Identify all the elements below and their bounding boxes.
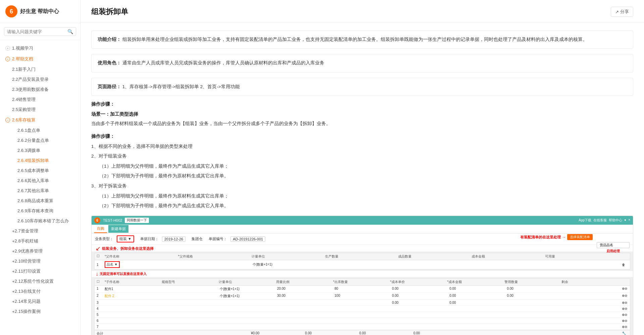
sidebar-item-sales[interactable]: 2.4销售管理 (0, 95, 80, 105)
sidebar-item-adjust[interactable]: 2.6.3调拨单 (0, 146, 80, 156)
sidebar-item-label: 2.9优惠券管理 (15, 248, 43, 254)
sidebar-item-label: 2.1新手入门 (12, 66, 36, 72)
sim-col-avail: 可用量 (543, 253, 616, 260)
sidebar-item-assemble[interactable]: 2.6.4组装拆卸单 (0, 156, 80, 166)
sim-field-orderno: AD-20191226-001 (230, 236, 265, 242)
sidebar-item-print[interactable]: + 2.11打印设置 (0, 266, 80, 276)
sim-lower-row6: 6 ⊕⊖ (95, 318, 630, 324)
role-label: 使用角色： (98, 60, 121, 65)
sim-lower-row4: 4 ⊕⊖ (95, 306, 630, 312)
sidebar-item-dataprep[interactable]: 2.3使用前数据准备 (0, 85, 80, 95)
sim-lcol-spec: 规格型号 (160, 279, 217, 285)
sim-field-date: 2019-12-26 (162, 236, 185, 242)
search-icon[interactable]: 🔍 (67, 29, 73, 34)
logo-icon: 6 (5, 5, 17, 17)
sidebar-item-stock-error[interactable]: 2.6.10库存账本错了怎么办 (0, 216, 80, 226)
expand-icon: + (12, 229, 15, 234)
sidebar-item-video[interactable]: + 1.视频学习 (0, 43, 80, 54)
sim-lcol-avail: 警用数量 (502, 279, 559, 285)
sidebar-item-label: 2.3使用前数据准备 (12, 87, 49, 93)
sim-tab-new: 新建单据 (108, 225, 128, 233)
expand-icon: + (12, 249, 15, 254)
sidebar-item-split-stocktake[interactable]: 2.6.2分量盘点单 (0, 135, 80, 146)
sim-bom-annotation-text: 组装业务、拆卸业务在这里选择 (102, 246, 154, 251)
sim-lower-row2: 2 配件 2 个(数量×1+1) 30.00 100 0.00 0.00 0.0… (95, 293, 630, 300)
sidebar-item-coupon[interactable]: + 2.9优惠券管理 (0, 246, 80, 256)
expand-icon: + (12, 289, 15, 294)
sim-lcol-actions (616, 279, 630, 285)
sidebar-item-other-out[interactable]: 2.6.7其他出库单 (0, 186, 80, 196)
scenario1-title: 场景一：加工类型选择 (91, 111, 633, 117)
sim-tab-home: 自购 (94, 225, 107, 233)
search-input[interactable] (7, 29, 67, 34)
sidebar-item-payment[interactable]: + 2.13在线支付 (0, 286, 80, 296)
sidebar-item-label: 2.13在线支付 (15, 288, 41, 294)
sim-form-row: 业务类型： 组装 ▼ 单据日期： 2019-12-26 集团仓 单据编号： AD… (92, 233, 633, 245)
sim-manual-confirm-text: 启用处理 (606, 249, 620, 253)
sidebar-item-cases[interactable]: + 2.15操作案例 (0, 306, 80, 317)
sidebar-item-label: 2.6库存核算 (12, 117, 36, 123)
share-icon: ↗ (615, 9, 619, 14)
sidebar-item-label: 2.8手机旺铺 (15, 238, 38, 244)
sidebar-item-label: 2.15操作案例 (15, 309, 41, 315)
sim-bom-select: 品名 ▼ (105, 261, 120, 268)
sim-annotation-fixed-bom: 有装配清单的在这里处理 → 选择装配清单 (520, 234, 593, 240)
sidebar-item-inventory[interactable]: − 2.6库存核算 (0, 115, 80, 125)
role-text: 通常由生产人员或库管人员完成拆装业务的操作，库管人员确认原材料的出库和产成品的入… (122, 60, 324, 65)
arrow-down-icon: ↓ (96, 271, 98, 277)
share-button[interactable]: ↗ 分享 (611, 7, 633, 17)
sim-col-cost2: 成本金额 (470, 253, 543, 260)
scenario1-desc: 当由多个子件材料组装成一个成品的业务为【组装】业务，当由一个父件拆分成多个子产品… (91, 119, 633, 128)
sim-row-cost (472, 264, 546, 266)
sidebar-item-ops[interactable]: + 2.10经营管理 (0, 256, 80, 266)
sim-lcol-unit: 计量单位 (217, 279, 274, 285)
sim-lcol-remain: 剩余 (559, 279, 616, 285)
sim-lcol-cost2: *成本金额 (445, 279, 502, 285)
sim-lower-row1: 1 配件1 个(数量×1+1) 20.00 80 0.00 0.00 0.00 … (95, 286, 630, 293)
sidebar-item-docs[interactable]: − 2.帮助文档 (0, 54, 80, 64)
function-intro-label: 功能介绍： (98, 37, 121, 42)
sidebar-item-purchase[interactable]: 2.5采购管理 (0, 105, 80, 115)
expand-icon: + (12, 309, 15, 314)
ops-title: 操作步骤： (91, 101, 633, 107)
search-box[interactable]: 🔍 (4, 27, 76, 36)
sim-row-qty: 个(数量+1=1) (251, 261, 324, 268)
sidebar-item-faq[interactable]: + 2.14常见问题 (0, 296, 80, 306)
sim-lower-footer: 合计 ¥0.00 0.00 0.00 0.00 🔧 (95, 330, 630, 335)
sim-lcol-qty: *出库数量 (331, 279, 388, 285)
sim-lower-row5: 5 ⊕⊖ (95, 312, 630, 318)
sidebar-item-customize[interactable]: + 2.12系统个性化设置 (0, 276, 80, 286)
sidebar-item-other-in[interactable]: 2.6.6其他入库单 (0, 176, 80, 186)
sidebar-item-label: 2.6.10库存账本错了怎么办 (17, 218, 69, 224)
sim-row-avail (546, 264, 620, 266)
sim-bom-btn: 选择装配清单 (567, 234, 593, 240)
annotation-fixed-bom-text: 有装配清单的在这里处理 (520, 235, 561, 240)
sidebar-item-cost-recalc[interactable]: 2.6.8商品成本重算 (0, 196, 80, 206)
sidebar-item-label: 2.6.4组装拆卸单 (17, 158, 49, 164)
sidebar-item-newbie[interactable]: 2.1新手入门 (0, 64, 80, 74)
sim-field-warehouse-label: 集团仓 (192, 236, 203, 241)
sidebar-item-mobile[interactable]: + 2.8手机旺铺 (0, 236, 80, 246)
sidebar-item-label: 2.14常见问题 (15, 298, 41, 304)
sidebar-item-label: 2.4销售管理 (12, 97, 36, 103)
sidebar-item-label: 2.帮助文档 (12, 56, 33, 62)
sidebar-item-cost-adjust[interactable]: 2.6.5成本调整单 (0, 166, 80, 176)
sidebar-item-label: 2.11打印设置 (15, 268, 41, 274)
sidebar-item-stocktake[interactable]: 2.6.1盘点单 (0, 125, 80, 135)
arrow-down-left-icon: ↙ (96, 245, 101, 252)
sim-field-type-select: 组装 ▼ (117, 235, 134, 242)
sidebar-item-stock-query[interactable]: 2.6.9库存账本查询 (0, 206, 80, 216)
sidebar-item-label: 2.6.2分量盘点单 (17, 137, 49, 144)
sidebar-item-label: 2.6.9库存账本查询 (17, 208, 53, 214)
sim-row-prod-qty (324, 264, 398, 266)
sim-screen: 6 TEST-H002 同期数据一下 App下载 在线客服 帮助中心 ● × 自… (92, 216, 633, 335)
sim-confirm-field (597, 242, 630, 248)
step1: 1、根据不同的业务，选择不同单据的类型来处理 (91, 142, 633, 151)
sidebar-item-label: 2.6.8商品成本重算 (17, 198, 53, 204)
sim-field-orderno-label: 单据编号： (209, 236, 227, 241)
sim-upper-header: ☐ *父件名称 *父件规格 计量单位 生产数量 成品数量 成本金额 可用量 (95, 253, 630, 260)
sidebar-item-finance[interactable]: + 2.7资金管理 (0, 226, 80, 236)
sidebar-item-install[interactable]: 2.2产品安装及登录 (0, 74, 80, 85)
sim-annotation-nofixed: ↓ 无固定清单可以直接在这里录入 (92, 271, 633, 277)
sim-lower-header: ☐ *子件名称 规格型号 计量单位 用量比例 *出库数量 *成本单价 *成本金额… (95, 279, 630, 286)
